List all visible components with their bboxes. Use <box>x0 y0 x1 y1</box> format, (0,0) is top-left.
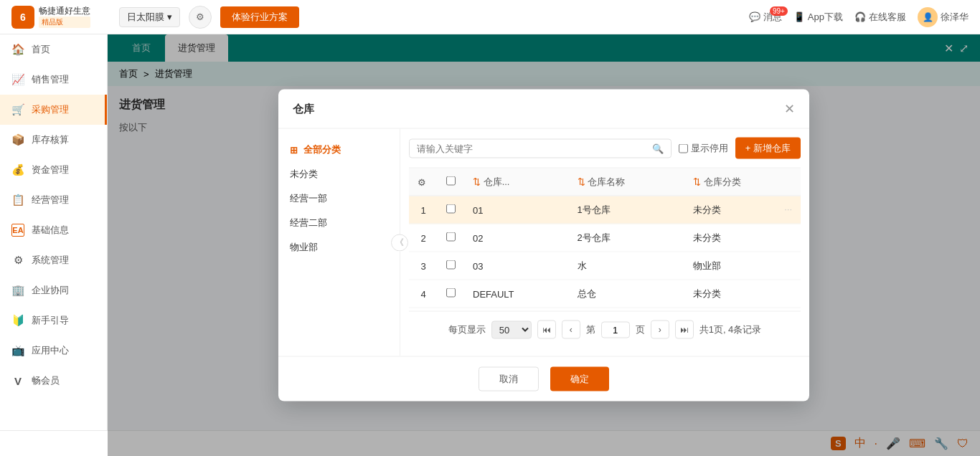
settings-icon: ⚙ <box>418 176 426 187</box>
next-page-button[interactable]: › <box>651 320 669 339</box>
table-row[interactable]: 3 03 水 物业部 <box>409 252 801 280</box>
last-page-button[interactable]: ⏭ <box>675 320 694 339</box>
th-name[interactable]: ⇅ 仓库名称 <box>569 168 685 196</box>
sort-icon: ⇅ <box>473 176 481 187</box>
app-download-action[interactable]: 📱 App下载 <box>793 11 843 24</box>
cell-category: 物业部 <box>684 252 801 280</box>
app-center-icon: 📺 <box>11 344 24 357</box>
gear-button[interactable]: ⚙ <box>189 6 212 29</box>
select-all-checkbox[interactable] <box>446 176 456 186</box>
category-label: 未分类 <box>290 168 318 181</box>
per-page-select[interactable]: 50 100 200 <box>491 320 532 338</box>
message-icon: 💬 <box>749 11 760 22</box>
sidebar-item-home[interactable]: 🏠 首页 <box>0 34 107 65</box>
purchase-icon: 🛒 <box>11 103 24 116</box>
logo-icon: 6 <box>11 6 34 29</box>
cell-code: DEFAULT <box>464 280 569 308</box>
th-category-label: 仓库分类 <box>704 176 741 187</box>
message-action[interactable]: 💬 消息 99+ <box>749 11 782 24</box>
show-disabled-checkbox[interactable] <box>679 143 688 153</box>
table-row[interactable]: 4 DEFAULT 总仓 未分类 <box>409 280 801 308</box>
enterprise-icon: 🏢 <box>11 284 24 297</box>
headset-icon: 🎧 <box>854 11 866 22</box>
sidebar-item-label: 企业协同 <box>32 284 69 297</box>
home-icon: 🏠 <box>11 43 24 56</box>
modal-close-button[interactable]: ✕ <box>784 101 795 117</box>
username: 徐泽华 <box>941 11 969 24</box>
th-settings[interactable]: ⚙ <box>409 168 438 196</box>
category-property[interactable]: 物业部 <box>278 235 400 260</box>
guide-icon: 🔰 <box>11 314 24 327</box>
sidebar-item-basic-info[interactable]: EA 基础信息 <box>0 215 107 245</box>
cell-code: 03 <box>464 252 569 280</box>
th-name-label: 仓库名称 <box>588 176 625 187</box>
th-category[interactable]: ⇅ 仓库分类 <box>684 168 801 196</box>
sort-icon: ⇅ <box>693 176 701 187</box>
sidebar-item-sales[interactable]: 📈 销售管理 <box>0 65 107 95</box>
th-checkbox[interactable] <box>438 168 464 196</box>
th-code[interactable]: ⇅ 仓库... <box>464 168 569 196</box>
th-code-label: 仓库... <box>484 176 510 187</box>
page-input[interactable] <box>601 321 630 338</box>
page-suffix: 页 <box>636 323 645 336</box>
sidebar-item-label: 系统管理 <box>32 254 69 267</box>
sidebar-item-guide[interactable]: 🔰 新手引导 <box>0 305 107 336</box>
sidebar-item-system[interactable]: ⚙ 系统管理 <box>0 245 107 275</box>
pagination: 每页显示 50 100 200 ⏮ ‹ 第 页 › ⏭ 共1页, 4条 <box>409 311 801 348</box>
warehouse-modal: 仓库 ✕ ⊞ 全部分类 未分类 经营一部 <box>278 90 809 402</box>
sidebar-item-enterprise[interactable]: 🏢 企业协同 <box>0 275 107 305</box>
cell-code: 01 <box>464 196 569 224</box>
show-disabled-label[interactable]: 显示停用 <box>679 142 728 155</box>
collapse-button[interactable]: 《 <box>391 234 408 251</box>
cell-checkbox[interactable] <box>438 224 464 252</box>
main-content: 首页 进货管理 ✕ ⤢ 首页 > 进货管理 进货管理 按以下 <box>108 34 980 456</box>
modal-header: 仓库 ✕ <box>278 90 809 129</box>
cell-checkbox[interactable] <box>438 252 464 280</box>
show-disabled-text: 显示停用 <box>691 142 728 155</box>
cell-code: 02 <box>464 224 569 252</box>
sidebar-item-inventory[interactable]: 📦 库存核算 <box>0 125 107 155</box>
store-selector[interactable]: 日太阳膜 ▾ <box>119 7 180 27</box>
category-unclassified[interactable]: 未分类 <box>278 162 400 186</box>
table-row[interactable]: 2 02 2号仓库 未分类 <box>409 224 801 252</box>
sidebar-item-label: 畅会员 <box>32 374 60 387</box>
gear-icon: ⚙ <box>196 11 204 22</box>
cell-name: 水 <box>569 252 685 280</box>
cell-index: 1 <box>409 196 438 224</box>
sidebar-item-app-center[interactable]: 📺 应用中心 <box>0 336 107 366</box>
user-action[interactable]: 👤 徐泽华 <box>918 7 969 27</box>
operations-icon: 📋 <box>11 194 24 206</box>
confirm-button[interactable]: 确定 <box>550 367 609 391</box>
sidebar-item-label: 应用中心 <box>32 344 69 357</box>
category-ops1[interactable]: 经营一部 <box>278 186 400 211</box>
mobile-icon: 📱 <box>793 11 805 22</box>
category-all[interactable]: ⊞ 全部分类 <box>278 138 400 162</box>
cell-index: 4 <box>409 280 438 308</box>
system-icon: ⚙ <box>11 254 24 267</box>
sidebar-item-purchase[interactable]: 🛒 采购管理 <box>0 95 107 125</box>
add-warehouse-button[interactable]: + 新增仓库 <box>735 138 801 159</box>
search-icon[interactable]: 🔍 <box>652 143 664 153</box>
toolbar: 🔍 显示停用 + 新增仓库 <box>409 138 801 159</box>
main-layout: 🏠 首页 📈 销售管理 🛒 采购管理 📦 库存核算 💰 资金管理 📋 经营管理 … <box>0 34 980 456</box>
online-service-action[interactable]: 🎧 在线客服 <box>854 11 906 24</box>
inventory-icon: 📦 <box>11 133 24 146</box>
sidebar-item-operations[interactable]: 📋 经营管理 <box>0 185 107 215</box>
cancel-button[interactable]: 取消 <box>479 367 539 391</box>
first-page-button[interactable]: ⏮ <box>537 320 556 339</box>
category-label: 经营二部 <box>290 217 327 229</box>
cell-checkbox[interactable] <box>438 280 464 308</box>
prev-page-button[interactable]: ‹ <box>562 320 580 339</box>
category-ops2[interactable]: 经营二部 <box>278 211 400 235</box>
search-input[interactable] <box>417 143 648 153</box>
cell-checkbox[interactable] <box>438 196 464 224</box>
sidebar-item-label: 采购管理 <box>32 103 69 116</box>
sidebar-item-member[interactable]: V 畅会员 <box>0 366 107 396</box>
trial-button[interactable]: 体验行业方案 <box>220 6 299 28</box>
per-page-label: 每页显示 <box>448 323 486 336</box>
table-panel: 🔍 显示停用 + 新增仓库 ⚙ <box>400 129 809 356</box>
sidebar-item-label: 首页 <box>32 43 50 56</box>
modal-title: 仓库 <box>293 102 314 115</box>
table-row[interactable]: 1 01 1号仓库 未分类 ··· <box>409 196 801 224</box>
sidebar-item-finance[interactable]: 💰 资金管理 <box>0 155 107 185</box>
